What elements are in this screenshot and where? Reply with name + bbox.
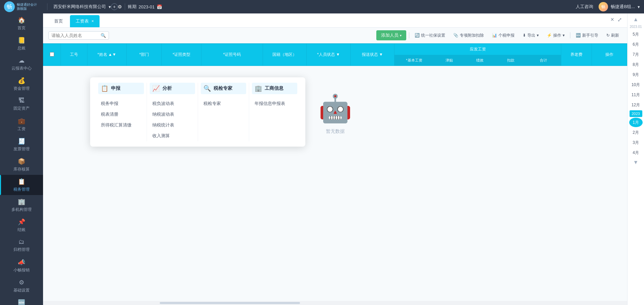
date-month-12[interactable]: 12月 [629,100,643,110]
th-name: *姓名 ▲▼ [87,44,126,66]
dropdown-item-tax-stats[interactable]: 纳税统计表 [150,120,195,130]
search-wrap[interactable]: 🔍 [48,31,109,40]
tab-close-btn[interactable]: × [91,19,94,24]
topbar-right-actions: 人工咨询 畅 畅捷通B组... ▾ [576,2,640,11]
sidebar-item-xiaochang[interactable]: 📣 小畅报销 [0,256,43,276]
operations-btn[interactable]: ⚡ 操作 ▾ [544,31,567,40]
dropdown-item-tax-check[interactable]: 税检专家 [201,98,246,109]
refresh-btn[interactable]: ↻ 刷新 [604,31,622,40]
dropdown-item-tax-declare[interactable]: 税务申报 [98,98,144,109]
sidebar-item-label: 首页 [17,25,26,31]
user-chevron-icon[interactable]: ▾ [638,4,640,9]
individual-tax-btn[interactable]: 📊 个税申报 [489,31,517,40]
dropdown-item-tax-table[interactable]: 税表清册 [98,109,144,120]
operations-icon: ⚡ [547,33,552,38]
th-id-type: *证照类型 [162,44,201,66]
period-selector[interactable]: 账期 2023-01 📅 [128,4,162,10]
search-input[interactable] [51,33,99,38]
dropdown-item-tax-burden[interactable]: 税负波动表 [150,98,195,109]
topbar-sep-2 [125,3,125,10]
select-all-checkbox[interactable] [50,52,54,56]
export-btn[interactable]: ⬇ 导出 ▾ [520,31,541,40]
sidebar-item-ledger[interactable]: 📒 总账 [0,34,43,54]
tax-icon: 📋 [18,178,25,185]
date-month-2[interactable]: 2月 [629,128,643,137]
dropdown-item-tax-payment[interactable]: 纳税波动表 [150,109,195,120]
unified-insurance-btn[interactable]: 🔄 统一社保设置 [412,31,448,40]
date-month-6[interactable]: 6月 [629,40,643,49]
dropdown-item-income-tax[interactable]: 所得税汇算清缴 [98,120,144,130]
sidebar-item-guide[interactable]: 🆕 新手引导 [0,296,43,305]
settings-nav-icon: ⚙ [19,279,24,286]
sidebar-item-label: 多机构管理 [11,207,32,213]
dropdown-item-income-estimate[interactable]: 收入测算 [150,130,195,141]
user-info[interactable]: 畅 畅捷通B组... ▾ [599,2,640,11]
sidebar-item-label: 税务管理 [13,187,30,192]
sidebar-item-asset[interactable]: 🏗 固定资产 [0,94,43,114]
sidebar-item-fund[interactable]: 💰 资金管理 [0,74,43,94]
tab-salary-table[interactable]: 工资表 × [70,15,100,27]
date-nav-down[interactable]: ▼ [631,158,641,167]
date-month-7[interactable]: 7月 [629,50,643,59]
th-report-status: 报送状态 ▼ [350,44,394,66]
app-logo: 畅 畅捷通好会计 旗舰版 [4,1,44,12]
dropdown-item-annual-report[interactable]: 年报信息申报表 [252,98,297,109]
date-month-4[interactable]: 4月 [629,148,643,157]
date-nav-up[interactable]: ▲ [631,15,641,24]
sidebar-item-invoice[interactable]: 🧾 发票管理 [0,135,43,155]
sidebar-item-inventory[interactable]: 📦 库存核算 [0,155,43,175]
period-label: 账期 [128,4,137,10]
th-salary-group: 应发工资 [394,44,561,55]
empty-text: 暂无数据 [326,128,345,135]
th-num: 工号 [61,44,87,66]
new-guide-btn[interactable]: 🆕 新手引导 [573,31,601,40]
avatar: 畅 [599,2,608,11]
closing-icon: 📌 [18,218,25,226]
export-icon: ⬇ [523,33,526,38]
tab-salary-label: 工资表 [76,18,89,24]
th-checkbox[interactable] [43,44,61,66]
add-person-button[interactable]: 添加人员 ▾ [376,30,406,40]
tab-expand-btn[interactable]: ⤢ [617,16,622,23]
date-month-11[interactable]: 11月 [629,90,643,100]
toolbar: 🔍 添加人员 ▾ 🔄 统一社保设置 📎 专项附加扣除 📊 个税申报 ⬇ [43,28,627,43]
declaration-section-icon: 📋 [101,85,108,92]
special-deduction-btn[interactable]: 📎 专项附加扣除 [451,31,487,40]
date-month-1-active[interactable]: 1月 [629,118,643,127]
sidebar-item-label: 工资 [17,126,26,132]
tab-home[interactable]: 首页 [48,15,69,27]
settings-icon[interactable]: ⚙ [118,4,122,9]
company-selector[interactable]: 西安虾米网络科技有限公司 ▾ [53,4,111,10]
sidebar-item-cloud[interactable]: ☁ 云报表中心 [0,54,43,74]
date-month-10[interactable]: 10月 [629,80,643,89]
date-panel: ▲ 2023.01 5月 6月 7月 8月 9月 10月 11月 12月 202… [627,13,644,305]
th-id-num: *证照号码 [201,44,263,66]
sidebar-item-label: 结账 [17,227,26,233]
sidebar-item-settings[interactable]: ⚙ 基础设置 [0,276,43,296]
company-name: 西安虾米网络科技有限公司 [53,4,106,10]
chevron-down-icon[interactable]: ▾ [109,4,111,9]
date-month-9[interactable]: 9月 [629,70,643,79]
tab-window-close-btn[interactable]: × [610,16,614,23]
sidebar-item-multi-org[interactable]: 🏢 多机构管理 [0,195,43,215]
sidebar-item-archive[interactable]: 🗂 归档管理 [0,235,43,256]
sidebar-item-tax[interactable]: 📋 税务管理 [0,175,43,195]
dropdown-section-declaration: 📋 申报 税务申报 税表清册 所得税汇算清缴 [96,83,147,141]
horizontal-scrollbar[interactable] [43,301,627,305]
sidebar-item-salary[interactable]: 💼 工资 [0,114,43,135]
date-month-3[interactable]: 3月 [629,138,643,147]
sidebar-item-home[interactable]: 🏠 首页 [0,13,43,34]
sidebar-item-closing[interactable]: 📌 结账 [0,215,43,235]
add-company-button[interactable]: + [111,3,118,10]
customer-service-btn[interactable]: 人工咨询 [576,4,593,10]
calendar-icon[interactable]: 📅 [157,4,162,9]
dropdown-section-tax-expert: 🔍 税检专家 税检专家 [198,83,249,141]
sidebar-item-label: 总账 [17,45,26,51]
fund-icon: 💰 [18,77,25,84]
ledger-icon: 📒 [18,37,25,44]
th-allowance: 津贴 [434,55,464,66]
date-month-5[interactable]: 5月 [629,30,643,39]
analysis-section-icon: 📈 [152,85,160,92]
date-month-8[interactable]: 8月 [629,60,643,69]
export-chevron-icon: ▾ [537,33,539,38]
